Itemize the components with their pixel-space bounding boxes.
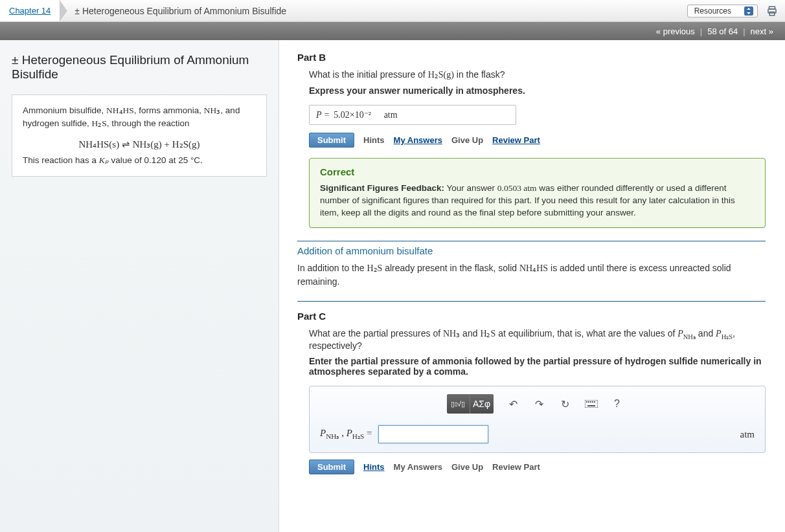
part-c-input-panel: ▯▯√▯ ΑΣφ ↶ ↷ ↻ ? PNH₃ , PH₂S = atm (309, 386, 766, 453)
formula-nh4hs: NH₄HS (106, 105, 134, 115)
keyboard-icon[interactable] (580, 394, 602, 414)
part-c-question: What are the partial pressures of NH₃ an… (309, 328, 766, 351)
svg-rect-3 (585, 400, 598, 408)
section-body: In addition to the H₂S already present i… (297, 261, 766, 289)
text: value of 0.120 at 25 °C. (109, 155, 203, 165)
review-part-link[interactable]: Review Part (492, 462, 540, 472)
section-title: Addition of ammonium bisulfate (297, 245, 766, 256)
nav-separator: | (743, 27, 745, 36)
reaction-rhs: NH₃(g) + H₂S(g) (133, 139, 200, 150)
help-icon[interactable]: ? (606, 394, 628, 414)
previous-link[interactable]: « previous (656, 27, 695, 36)
text: already present in the flask, solid (382, 263, 519, 273)
svg-rect-6 (590, 401, 591, 403)
greek-button[interactable]: ΑΣφ (470, 394, 494, 414)
part-c-instruction: Enter the partial pressure of ammonia fo… (309, 356, 766, 377)
equation-label: PNH₃ , PH₂S = (320, 428, 372, 441)
answer-prefix: P = (316, 110, 330, 120)
next-link[interactable]: next » (751, 27, 773, 36)
resources-label: Resources (694, 6, 731, 16)
redo-icon[interactable]: ↷ (529, 394, 551, 414)
answer-unit: atm (384, 110, 398, 120)
part-b-answer-box: P = 5.02×10⁻² atm (309, 105, 516, 125)
my-answers-link[interactable]: My Answers (394, 135, 442, 145)
dropdown-arrows-icon (744, 6, 753, 16)
part-c-label: Part C (297, 311, 766, 322)
problem-description: Ammonium bisulfide, NH₄HS, forms ammonia… (12, 94, 267, 177)
text: This reaction has a (23, 155, 99, 165)
text: In addition to the (297, 263, 367, 273)
species: NH₄HS (519, 263, 548, 273)
answer-value: 5.02×10⁻² (334, 109, 371, 120)
part-b-instruction: Express your answer numerically in atmos… (309, 85, 766, 96)
svg-rect-9 (587, 405, 595, 406)
submit-button[interactable]: Submit (309, 460, 354, 474)
feedback-value: 0.0503 atm (497, 183, 537, 193)
nav-bar: « previous | 58 of 64 | next » (0, 22, 785, 40)
left-panel: ± Heterogeneous Equilibrium of Ammonium … (0, 40, 279, 532)
resources-dropdown[interactable]: Resources (687, 5, 758, 17)
text: in the flask? (454, 69, 505, 80)
text: Your answer (444, 183, 497, 193)
reaction-arrow-icon: ⇌ (122, 139, 130, 150)
template-button[interactable]: ▯▯√▯ (447, 394, 470, 414)
print-icon[interactable] (766, 5, 779, 17)
formula-h2s: H₂S (92, 118, 107, 128)
part-b-actions: Submit Hints My Answers Give Up Review P… (309, 133, 766, 148)
hints-link[interactable]: Hints (363, 462, 385, 472)
content-panel: Part B What is the initial pressure of H… (279, 40, 785, 532)
submit-button[interactable]: Submit (309, 133, 354, 148)
hints-label: Hints (363, 135, 385, 145)
feedback-body: Significant Figures Feedback: Your answe… (320, 183, 755, 219)
unit-label: atm (740, 429, 755, 440)
page-title: ± Heterogeneous Equilibrium of Ammonium … (74, 6, 687, 16)
kp-symbol: Kₚ (99, 155, 109, 165)
equation-row: PNH₃ , PH₂S = atm (320, 425, 755, 443)
undo-icon[interactable]: ↶ (503, 394, 525, 414)
breadcrumb-arrow-icon (60, 0, 68, 22)
give-up-link[interactable]: Give Up (451, 462, 483, 472)
svg-rect-8 (594, 401, 595, 403)
text: , through the reaction (107, 118, 190, 128)
text: What is the initial pressure of (309, 69, 428, 80)
svg-rect-4 (586, 401, 587, 403)
text: Ammonium bisulfide, (23, 105, 106, 115)
reaction-lhs: NH₄HS(s) (79, 139, 120, 150)
part-b-label: Part B (297, 52, 766, 63)
top-bar: Chapter 14 ± Heterogeneous Equilibrium o… (0, 0, 785, 22)
give-up-link[interactable]: Give Up (451, 135, 483, 145)
review-part-link[interactable]: Review Part (492, 135, 540, 145)
answer-input[interactable] (378, 425, 488, 443)
part-b-question: What is the initial pressure of H₂S(g) i… (309, 69, 766, 80)
text: , forms ammonia, (134, 105, 204, 115)
species: H₂S(g) (428, 70, 454, 80)
formula-nh3: NH₃ (204, 105, 221, 115)
equation-toolbar: ▯▯√▯ ΑΣφ ↶ ↷ ↻ ? (320, 394, 755, 414)
addition-section: Addition of ammonium bisulfate In additi… (297, 241, 766, 289)
assignment-title: ± Heterogeneous Equilibrium of Ammonium … (12, 53, 267, 82)
feedback-bold: Significant Figures Feedback: (320, 183, 444, 193)
nav-separator: | (700, 27, 702, 36)
species: H₂S (367, 263, 382, 273)
page-counter: 58 of 64 (707, 27, 738, 36)
svg-rect-7 (592, 401, 593, 403)
chapter-link[interactable]: Chapter 14 (0, 0, 60, 21)
part-c-actions: Submit Hints My Answers Give Up Review P… (309, 460, 766, 474)
reset-icon[interactable]: ↻ (554, 394, 576, 414)
feedback-title: Correct (320, 166, 755, 177)
svg-rect-5 (588, 401, 589, 403)
my-answers-link[interactable]: My Answers (394, 462, 442, 472)
feedback-correct: Correct Significant Figures Feedback: Yo… (309, 158, 766, 228)
